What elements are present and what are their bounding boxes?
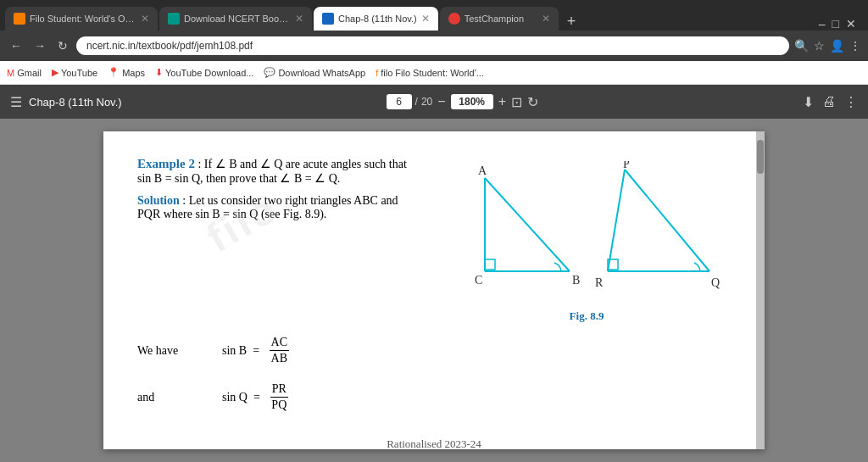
- tab-ncert-close[interactable]: ✕: [295, 13, 303, 25]
- tab-testchampion[interactable]: TestChampion ✕: [440, 7, 559, 31]
- svg-text:Q: Q: [711, 276, 720, 289]
- rotate-button[interactable]: ↻: [527, 94, 538, 110]
- bookmarks-bar: M Gmail ▶ YouTube 📍 Maps ⬇ YouTube Downl…: [0, 61, 868, 85]
- svg-line-9: [625, 170, 709, 271]
- content-right: A C B P R: [442, 157, 731, 323]
- account-icon[interactable]: 👤: [830, 39, 844, 53]
- minimize-button[interactable]: –: [819, 17, 826, 31]
- filo-favicon: f: [376, 68, 378, 78]
- we-have-label: We have: [137, 344, 205, 358]
- tab-chap8-close[interactable]: ✕: [421, 13, 430, 25]
- bookmark-gmail-label: Gmail: [17, 68, 42, 78]
- sinQ-equation: sin Q = PR PQ: [222, 382, 288, 412]
- bookmark-filo[interactable]: f filo Filo Student: World'...: [376, 68, 484, 78]
- menu-icon[interactable]: ☰: [10, 94, 22, 110]
- print-button[interactable]: 🖨: [822, 94, 836, 109]
- page-total: 20: [421, 96, 432, 108]
- sinB-fraction: AC AB: [270, 336, 289, 365]
- back-button[interactable]: ←: [7, 37, 25, 54]
- tab-filo-close[interactable]: ✕: [141, 13, 149, 25]
- window-controls: – □ ✕: [812, 17, 863, 31]
- svg-text:R: R: [595, 276, 604, 289]
- bookmark-ytdownload-label: YouTube Download...: [165, 68, 253, 78]
- restore-button[interactable]: □: [832, 17, 839, 31]
- tab-testchampion-label: TestChampion: [465, 14, 537, 24]
- maps-favicon: 📍: [108, 67, 120, 78]
- bookmark-filo-label: filo Filo Student: World'...: [381, 68, 484, 78]
- bookmark-ytdownload[interactable]: ⬇ YouTube Download...: [155, 67, 253, 78]
- toolbar-icons: 🔍 ☆ 👤 ⋮: [794, 39, 861, 53]
- more-icon[interactable]: ⋮: [849, 39, 861, 53]
- svg-text:A: A: [478, 164, 487, 177]
- triangles-svg: A C B P R: [451, 161, 722, 305]
- download-button[interactable]: ⬇: [803, 94, 814, 110]
- tab-testchampion-close[interactable]: ✕: [542, 13, 550, 25]
- pdf-toolbar-center: / 20 − + ⊡ ↻: [129, 94, 796, 110]
- solution-label: Solution: [137, 194, 180, 207]
- bookmark-gmail[interactable]: M Gmail: [7, 68, 42, 78]
- svg-line-2: [485, 178, 570, 271]
- page-container: filo Example 2 : If ∠ B and ∠ Q are acut…: [0, 119, 868, 462]
- url-input[interactable]: [76, 36, 789, 55]
- page-separator: /: [415, 96, 418, 108]
- bookmark-youtube-label: YouTube: [61, 68, 97, 78]
- zoom-out-button[interactable]: −: [437, 94, 445, 109]
- sinQ-denominator: PQ: [270, 398, 288, 412]
- tab-filo-favicon: [14, 13, 25, 25]
- tab-chap8-favicon: [322, 13, 334, 25]
- scrollbar[interactable]: [756, 131, 765, 449]
- new-tab-button[interactable]: +: [560, 13, 583, 31]
- svg-text:B: B: [572, 274, 580, 287]
- zoom-level-input[interactable]: [451, 94, 493, 109]
- pdf-toolbar-right: ⬇ 🖨 ⋮: [803, 94, 858, 110]
- sinB-numerator: AC: [270, 336, 289, 351]
- forward-button[interactable]: →: [31, 37, 49, 54]
- search-icon[interactable]: 🔍: [794, 39, 809, 53]
- bookmark-youtube[interactable]: ▶ YouTube: [52, 67, 97, 78]
- youtube-favicon: ▶: [52, 67, 58, 78]
- content-row: Example 2 : If ∠ B and ∠ Q are acute ang…: [137, 157, 731, 323]
- and-row: and sin Q = PR PQ: [137, 382, 731, 412]
- content-left: Example 2 : If ∠ B and ∠ Q are acute ang…: [137, 157, 417, 323]
- fit-page-button[interactable]: ⊡: [511, 94, 522, 110]
- fig-caption: Fig. 8.9: [570, 309, 604, 323]
- more-options-button[interactable]: ⋮: [844, 94, 858, 110]
- content-body: Example 2 : If ∠ B and ∠ Q are acute ang…: [137, 157, 731, 449]
- pdf-toolbar-left: ☰ Chap-8 (11th Nov.): [10, 94, 122, 110]
- svg-text:P: P: [623, 161, 630, 170]
- pdf-toolbar: ☰ Chap-8 (11th Nov.) / 20 − + ⊡ ↻ ⬇ 🖨 ⋮: [0, 85, 868, 119]
- tab-ncert-favicon: [168, 13, 180, 25]
- tab-testchampion-favicon: [448, 13, 460, 25]
- sinQ-fraction: PR PQ: [270, 382, 288, 412]
- tab-filo-label: Filo Student: World's Only Live In...: [30, 14, 136, 24]
- pdf-page: filo Example 2 : If ∠ B and ∠ Q are acut…: [103, 131, 765, 449]
- close-button[interactable]: ✕: [846, 17, 856, 31]
- page-number-input[interactable]: [387, 94, 412, 109]
- svg-line-7: [608, 170, 625, 271]
- bookmark-icon[interactable]: ☆: [814, 39, 825, 53]
- svg-text:C: C: [475, 274, 482, 287]
- and-label: and: [137, 391, 205, 404]
- tab-filo[interactable]: Filo Student: World's Only Live In... ✕: [5, 7, 158, 31]
- bookmark-maps-label: Maps: [122, 68, 145, 78]
- bookmark-whatsapp-label: Download WhatsApp: [278, 68, 365, 78]
- reload-button[interactable]: ↻: [54, 37, 71, 54]
- zoom-in-button[interactable]: +: [498, 94, 506, 109]
- rationalised-text: Rationalised 2023-24: [137, 437, 731, 449]
- example-label: Example 2: [137, 157, 195, 170]
- bookmark-maps[interactable]: 📍 Maps: [108, 67, 145, 78]
- page-info: / 20: [387, 94, 433, 109]
- address-bar: ← → ↻ 🔍 ☆ 👤 ⋮: [0, 31, 868, 61]
- whatsapp-favicon: 💬: [264, 67, 275, 78]
- bookmark-whatsapp[interactable]: 💬 Download WhatsApp: [264, 67, 365, 78]
- sinB-equation: sin B = AC AB: [222, 336, 289, 365]
- scrollbar-thumb[interactable]: [757, 140, 764, 174]
- sinB-denominator: AB: [270, 351, 289, 365]
- sinQ-numerator: PR: [270, 382, 288, 398]
- tab-chap8[interactable]: Chap-8 (11th Nov.) ✕: [314, 7, 438, 31]
- tab-ncert[interactable]: Download NCERT Book Class 10 ... ✕: [159, 7, 312, 31]
- tab-ncert-label: Download NCERT Book Class 10 ...: [184, 14, 291, 24]
- tab-chap8-label: Chap-8 (11th Nov.): [338, 14, 417, 24]
- tab-bar: Filo Student: World's Only Live In... ✕ …: [0, 0, 868, 31]
- gmail-favicon: M: [7, 68, 14, 78]
